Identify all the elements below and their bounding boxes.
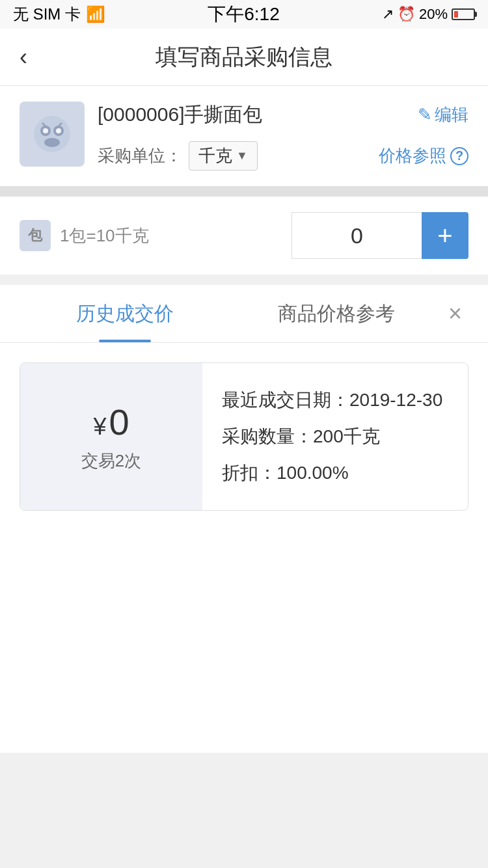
tab-product-price-ref-label: 商品价格参考 [278,301,395,327]
product-info: [0000006]手撕面包 ✎ 编辑 采购单位： 千克 ▼ 价格参照 ? [98,102,468,170]
location-icon: ↗ [382,6,394,23]
latest-date-value: 2019-12-30 [349,390,442,410]
purchase-quantity-value: 200千克 [313,426,380,446]
unit-select[interactable]: 千克 ▼ [189,141,258,170]
product-card: [0000006]手撕面包 ✎ 编辑 采购单位： 千克 ▼ 价格参照 ? [0,86,488,186]
tab-header: 历史成交价 商品价格参考 × [0,285,488,343]
svg-point-4 [56,128,61,133]
alarm-icon: ⏰ [398,6,415,23]
chevron-down-icon: ▼ [236,149,248,163]
unit-value: 千克 [198,144,232,167]
quantity-unit-convert: 1包=10千克 [60,224,149,247]
back-button[interactable]: ‹ [20,44,59,71]
product-thumbnail [20,102,85,167]
close-button[interactable]: × [442,300,468,327]
latest-date-row: 最近成交日期：2019-12-30 [222,387,448,414]
product-title-row: [0000006]手撕面包 ✎ 编辑 [98,102,468,128]
quantity-unit-icon: 包 [20,220,51,251]
discount-value: 100.00% [277,463,349,483]
svg-point-5 [44,138,60,147]
purchase-quantity-row: 采购数量：200千克 [222,423,448,450]
tab-panel: 历史成交价 商品价格参考 × ¥0 交易2次 最近成交日期：2019-12-30… [0,285,488,753]
price-number: 0 [109,401,129,442]
edit-label: 编辑 [435,103,468,126]
sim-text: 无 SIM 卡 [13,4,81,25]
price-ref-label: 价格参照 [379,144,446,167]
nav-bar: ‹ 填写商品采购信息 [0,29,488,86]
status-right: ↗ ⏰ 20% [382,6,475,23]
product-header: [0000006]手撕面包 ✎ 编辑 采购单位： 千克 ▼ 价格参照 ? [20,102,468,170]
history-price-card: ¥0 交易2次 最近成交日期：2019-12-30 采购数量：200千克 折扣：… [20,362,468,511]
product-name: [0000006]手撕面包 [98,102,262,128]
tab-history-price[interactable]: 历史成交价 [20,285,230,342]
tab-history-price-label: 历史成交价 [76,301,174,327]
unit-prefix: 采购单位： [98,144,182,167]
edit-button[interactable]: ✎ 编辑 [418,103,468,126]
history-price-value: ¥0 [93,401,129,443]
quantity-label: 包 1包=10千克 [20,220,149,251]
discount-row: 折扣：100.00% [222,459,448,487]
price-ref-button[interactable]: 价格参照 ? [379,144,468,167]
battery-icon [452,8,475,20]
edit-icon: ✎ [418,105,432,125]
quantity-controls: 0 + [291,212,468,259]
discount-label: 折扣： [222,463,277,483]
unit-label: 采购单位： 千克 ▼ [98,141,258,170]
status-time: 下午6:12 [208,2,280,27]
page-title: 填写商品采购信息 [156,42,332,72]
product-unit-row: 采购单位： 千克 ▼ 价格参照 ? [98,141,468,170]
quantity-input[interactable]: 0 [291,212,422,259]
battery-percent: 20% [419,6,448,23]
tab-product-price-ref[interactable]: 商品价格参考 [230,285,441,342]
main-content: ¥0 交易2次 最近成交日期：2019-12-30 采购数量：200千克 折扣：… [0,362,488,753]
svg-point-3 [43,128,48,133]
status-bar: 无 SIM 卡 📶 下午6:12 ↗ ⏰ 20% [0,0,488,29]
status-left: 无 SIM 卡 📶 [13,4,105,25]
history-card-left: ¥0 交易2次 [20,363,202,510]
wifi-icon: 📶 [86,5,105,23]
purchase-quantity-label: 采购数量： [222,426,313,446]
history-card-right: 最近成交日期：2019-12-30 采购数量：200千克 折扣：100.00% [202,363,468,510]
latest-date-label: 最近成交日期： [222,390,349,410]
quantity-plus-button[interactable]: + [422,212,468,259]
tab-active-indicator [99,340,151,342]
section-divider [0,186,488,197]
quantity-row: 包 1包=10千克 0 + [0,197,488,275]
currency-symbol: ¥ [93,413,106,440]
trade-count: 交易2次 [81,450,141,472]
price-ref-info-icon: ? [450,147,468,165]
